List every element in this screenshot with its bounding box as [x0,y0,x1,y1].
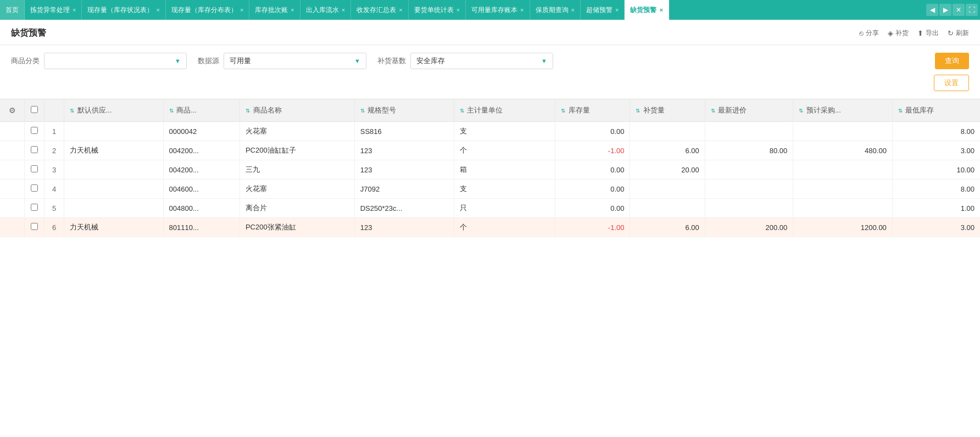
td-checkbox-5[interactable] [25,218,44,237]
tab-available[interactable]: 可用量库存账本 × [466,0,530,20]
tab-nav-prev[interactable]: ◀ [926,4,938,16]
close-tab-requisition[interactable]: × [456,7,460,13]
filter-group-datasource: 数据源 可用量 ▼ [198,53,366,69]
td-spec-1: 123 [354,141,454,160]
close-tab-collect-pay[interactable]: × [399,7,402,13]
row-checkbox-1[interactable] [31,146,38,153]
th-latest-price[interactable]: ⇅ 最新进价 [705,99,793,122]
td-checkbox-2[interactable] [25,160,44,180]
row-checkbox-0[interactable] [31,127,38,134]
th-est-purchase[interactable]: ⇅ 预计采购... [793,99,893,122]
td-unit-5: 个 [454,218,555,237]
td-replenish-1: 6.00 [630,141,705,160]
close-tab-overstock[interactable]: × [615,7,619,13]
table-row: 6 力天机械 801110... PC200张紧油缸 123 个 -1.00 6… [0,218,980,237]
tab-nav-fullscreen[interactable]: ⛶ [966,4,978,16]
share-button[interactable]: ⎋ 分享 [859,29,879,38]
row-checkbox-4[interactable] [31,204,38,211]
th-settings[interactable]: ⚙ [0,99,25,122]
close-tab-inventory-dist[interactable]: × [240,7,243,13]
page-content: 缺货预警 ⎋ 分享 ◈ 补货 ⬆ 导出 ↻ 刷新 商品分类 [0,20,980,437]
close-tab-shortage[interactable]: × [659,7,662,13]
tab-bar: 首页 拣货异常处理 × 现存量（库存状况表） × 现存量（库存分布表） × 库存… [0,0,980,20]
td-stock-1: -1.00 [555,141,630,160]
gear-icon[interactable]: ⚙ [5,104,19,117]
replenish-base-select[interactable]: 安全库存 ▼ [410,53,553,69]
close-tab-inventory-status[interactable]: × [156,7,159,13]
td-latest-price-1: 80.00 [705,141,793,160]
table-body: 1 0000042 火花塞 SS816 支 0.00 8.00 2 力天机械 0… [0,122,980,237]
th-replenish[interactable]: ⇅ 补货量 [630,99,705,122]
row-checkbox-5[interactable] [31,223,38,230]
th-product-name[interactable]: ⇅ 商品名称 [240,99,354,122]
td-settings-0 [0,122,25,141]
sort-icon-stock: ⇅ [561,108,565,114]
export-button[interactable]: ⬆ 导出 [917,29,939,38]
close-tab-batch[interactable]: × [291,7,294,13]
table-header-row: ⚙ ⇅ 默认供应... ⇅ 商品... ⇅ [0,99,980,122]
tab-nav-controls: ◀ ▶ ✕ ⛶ [924,0,980,20]
category-select[interactable]: ▼ [44,53,187,69]
table-container: ⚙ ⇅ 默认供应... ⇅ 商品... ⇅ [0,99,980,237]
sort-icon-min-stock: ⇅ [898,108,903,114]
tab-batch[interactable]: 库存批次账 × [249,0,300,20]
td-checkbox-3[interactable] [25,180,44,199]
tab-nav-next[interactable]: ▶ [939,4,951,16]
td-supplier-3 [64,180,164,199]
td-latest-price-3 [705,180,793,199]
td-checkbox-4[interactable] [25,199,44,218]
sort-icon-est-purchase: ⇅ [799,108,803,114]
select-all-checkbox[interactable] [31,106,38,113]
close-tab-available[interactable]: × [520,7,524,13]
sort-icon-replenish: ⇅ [636,108,640,114]
table-row: 1 0000042 火花塞 SS816 支 0.00 8.00 [0,122,980,141]
tab-nav-close[interactable]: ✕ [953,4,965,16]
td-supplier-2 [64,160,164,180]
tab-home[interactable]: 首页 [0,0,25,20]
td-index-5: 6 [44,218,64,237]
td-est-purchase-3 [793,180,893,199]
th-product-code[interactable]: ⇅ 商品... [163,99,240,122]
td-min-stock-0: 8.00 [892,122,980,141]
td-checkbox-0[interactable] [25,122,44,141]
td-product-code-2: 004200... [163,160,240,180]
tab-collect-pay[interactable]: 收发存汇总表 × [351,0,408,20]
close-tab-inout-flow[interactable]: × [342,7,345,13]
tab-exception[interactable]: 拣货异常处理 × [25,0,82,20]
td-checkbox-1[interactable] [25,141,44,160]
tab-requisition[interactable]: 要货单统计表 × [409,0,466,20]
td-replenish-2: 20.00 [630,160,705,180]
th-supplier[interactable]: ⇅ 默认供应... [64,99,164,122]
row-checkbox-2[interactable] [31,165,38,172]
replenish-button[interactable]: ◈ 补货 [888,29,909,38]
td-supplier-0 [64,122,164,141]
filter-group-replenish-base: 补货基数 安全库存 ▼ [377,53,553,69]
tab-inventory-dist[interactable]: 现存量（库存分布表） × [166,0,249,20]
tab-expiry[interactable]: 保质期查询 × [530,0,581,20]
settings-button[interactable]: 设置 [934,75,969,91]
export-icon: ⬆ [917,29,923,37]
tab-overstock[interactable]: 超储预警 × [581,0,625,20]
close-tab-exception[interactable]: × [73,7,76,13]
th-stock[interactable]: ⇅ 库存量 [555,99,630,122]
th-unit[interactable]: ⇅ 主计量单位 [454,99,555,122]
sort-icon-unit: ⇅ [460,108,464,114]
td-min-stock-2: 10.00 [892,160,980,180]
td-unit-0: 支 [454,122,555,141]
refresh-icon: ↻ [948,29,954,37]
th-min-stock[interactable]: ⇅ 最低库存 [892,99,980,122]
filter-row: 商品分类 ▼ 数据源 可用量 ▼ 补货基数 安全库存 ▼ 查询 [0,45,980,75]
tab-inout-flow[interactable]: 出入库流水 × [300,0,351,20]
query-button[interactable]: 查询 [935,53,969,69]
datasource-select[interactable]: 可用量 ▼ [224,53,366,69]
td-product-code-0: 0000042 [163,122,240,141]
th-spec[interactable]: ⇅ 规格型号 [354,99,454,122]
replenish-base-value: 安全库存 [416,56,445,66]
row-checkbox-3[interactable] [31,184,38,192]
tab-inventory-status[interactable]: 现存量（库存状况表） × [82,0,165,20]
tab-shortage[interactable]: 缺货预警 × [625,0,669,20]
td-spec-3: J7092 [354,180,454,199]
sort-icon-latest-price: ⇅ [711,108,715,114]
refresh-button[interactable]: ↻ 刷新 [948,29,969,38]
close-tab-expiry[interactable]: × [571,7,575,13]
